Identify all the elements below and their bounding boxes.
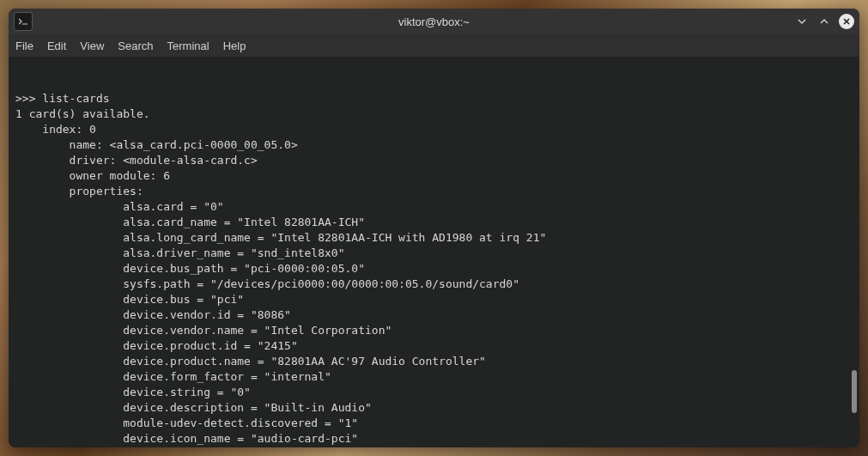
terminal-output[interactable]: >>> list-cards1 card(s) available. index… bbox=[9, 57, 859, 447]
window-title: viktor@vbox:~ bbox=[398, 15, 470, 28]
terminal-line: index: 0 bbox=[15, 122, 853, 137]
terminal-line: owner module: 6 bbox=[15, 168, 853, 184]
menu-search[interactable]: Search bbox=[118, 40, 153, 52]
scrollbar-thumb[interactable] bbox=[852, 370, 857, 413]
terminal-line: device.string = "0" bbox=[15, 385, 853, 400]
terminal-line: device.form_factor = "internal" bbox=[15, 369, 853, 385]
terminal-line: properties: bbox=[15, 184, 853, 199]
app-icon bbox=[14, 12, 33, 31]
terminal-line: device.vendor.name = "Intel Corporation" bbox=[15, 323, 853, 338]
window-controls bbox=[794, 14, 854, 29]
terminal-line: device.icon_name = "audio-card-pci" bbox=[15, 431, 853, 447]
terminal-line: module-udev-detect.discovered = "1" bbox=[15, 416, 853, 431]
menu-help[interactable]: Help bbox=[223, 40, 246, 52]
titlebar[interactable]: viktor@vbox:~ bbox=[9, 9, 859, 34]
menubar: File Edit View Search Terminal Help bbox=[9, 34, 859, 57]
terminal-line: device.vendor.id = "8086" bbox=[15, 307, 853, 323]
maximize-button[interactable] bbox=[816, 14, 832, 29]
terminal-line: device.bus_path = "pci-0000:00:05.0" bbox=[15, 261, 853, 277]
terminal-line: alsa.card = "0" bbox=[15, 199, 853, 215]
menu-edit[interactable]: Edit bbox=[47, 40, 66, 52]
terminal-line: profiles: bbox=[15, 447, 853, 447]
terminal-line: alsa.driver_name = "snd_intel8x0" bbox=[15, 246, 853, 261]
terminal-window: viktor@vbox:~ File Edit View Search Term… bbox=[9, 9, 859, 447]
terminal-line: alsa.card_name = "Intel 82801AA-ICH" bbox=[15, 215, 853, 230]
terminal-line: alsa.long_card_name = "Intel 82801AA-ICH… bbox=[15, 230, 853, 246]
close-button[interactable] bbox=[839, 14, 854, 29]
terminal-line: 1 card(s) available. bbox=[15, 106, 853, 122]
terminal-line: device.bus = "pci" bbox=[15, 292, 853, 307]
menu-file[interactable]: File bbox=[15, 40, 33, 52]
terminal-line: device.product.id = "2415" bbox=[15, 338, 853, 354]
terminal-line: name: <alsa_card.pci-0000_00_05.0> bbox=[15, 137, 853, 153]
terminal-line: device.description = "Built-in Audio" bbox=[15, 400, 853, 416]
menu-terminal[interactable]: Terminal bbox=[167, 40, 209, 52]
menu-view[interactable]: View bbox=[80, 40, 104, 52]
minimize-button[interactable] bbox=[794, 14, 810, 29]
terminal-line: >>> list-cards bbox=[15, 91, 853, 106]
terminal-line: device.product.name = "82801AA AC'97 Aud… bbox=[15, 354, 853, 369]
terminal-line: driver: <module-alsa-card.c> bbox=[15, 153, 853, 168]
terminal-line: sysfs.path = "/devices/pci0000:00/0000:0… bbox=[15, 277, 853, 292]
